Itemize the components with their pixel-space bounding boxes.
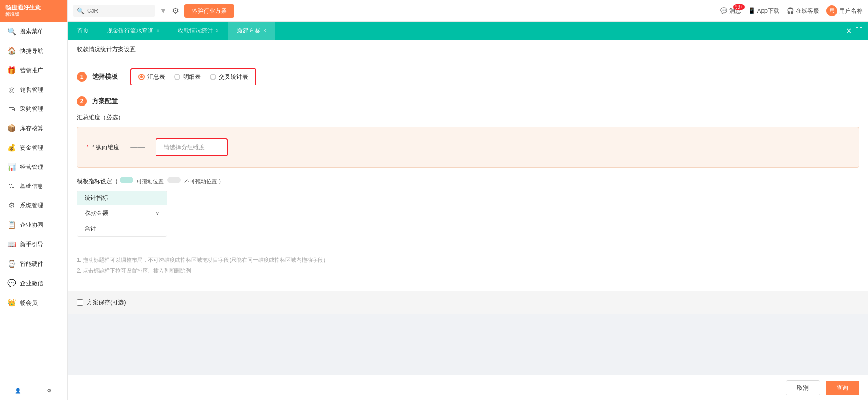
arrow-icon: ——: [130, 143, 145, 151]
sales-icon: ◎: [7, 85, 16, 94]
sidebar-item-hardware[interactable]: ⌚ 智能硬件: [0, 254, 67, 273]
radio-summary[interactable]: 汇总表: [138, 73, 165, 81]
dropdown-arrow-icon[interactable]: ▼: [160, 7, 166, 14]
metrics-dropdown-icon[interactable]: ∨: [156, 210, 160, 216]
sidebar-item-label: 基础信息: [20, 182, 43, 190]
tab-home-label: 首页: [77, 27, 89, 35]
sidebar-item-search[interactable]: 🔍 搜索菜单: [0, 22, 67, 41]
sidebar-item-basic-info[interactable]: 🗂 基础信息: [0, 177, 67, 196]
tab-receipt-stat-close[interactable]: ×: [216, 28, 219, 34]
metrics-row-receipt-label: 收款金额: [85, 209, 152, 217]
sidebar-item-marketing[interactable]: 🎁 营销推广: [0, 61, 67, 80]
page-content: 收款情况统计方案设置 1 选择模板 汇总表 明细表: [68, 40, 868, 375]
search-icon: 🔍: [77, 7, 85, 14]
non-draggable-label: 不可拖动位置: [184, 178, 217, 184]
sidebar-logo: 畅捷通好生意 标准版: [0, 0, 67, 22]
tab-home[interactable]: 首页: [68, 22, 98, 40]
radio-summary-label: 汇总表: [147, 73, 165, 81]
sidebar-item-quick-nav[interactable]: 🏠 快捷导航: [0, 41, 67, 61]
tab-receipt-stat-label: 收款情况统计: [178, 27, 213, 35]
metrics-header: 统计指标: [77, 191, 167, 205]
step2-num: 2: [77, 96, 87, 106]
tab-new-plan-close[interactable]: ×: [263, 28, 266, 34]
radio-detail-circle: [174, 74, 180, 80]
sidebar-item-sales[interactable]: ◎ 销售管理: [0, 80, 67, 99]
sidebar: 畅捷通好生意 标准版 🔍 搜索菜单 🏠 快捷导航 🎁 营销推广 ◎ 销售管理 🛍…: [0, 0, 68, 400]
dimension-select[interactable]: 请选择分组维度: [156, 138, 228, 156]
tab-bar: 首页 现金银行流水查询 × 收款情况统计 × 新建方案 × ✕ ⛶: [68, 22, 868, 40]
search-icon: 🔍: [7, 27, 16, 36]
cancel-button[interactable]: 取消: [786, 380, 820, 395]
settings-icon[interactable]: ⚙: [172, 6, 179, 16]
tab-bank-flow[interactable]: 现金银行流水查询 ×: [98, 22, 169, 40]
step1-label: 选择模板: [92, 73, 118, 81]
main-area: 🔍 ▼ ⚙ 体验行业方案 💬 消息 99+ 📱 App下载 🎧 在线客服 用 用…: [68, 0, 868, 400]
corp-collab-icon: 📋: [7, 221, 16, 229]
system-icon: ⚙: [7, 201, 16, 210]
tip-item-2: 2. 点击标题栏下拉可设置排序、插入列和删除列: [77, 265, 859, 276]
message-icon: 💬: [720, 7, 727, 14]
radio-detail-label: 明细表: [183, 73, 201, 81]
purchase-icon: 🛍: [7, 105, 16, 113]
summary-dim-title-text: 汇总维度（必选）: [77, 114, 124, 121]
support-icon: 🎧: [787, 7, 794, 14]
sidebar-footer: 👤 ⚙: [0, 381, 67, 400]
metrics-section-label: 统计指标: [85, 194, 108, 202]
support-label: 在线客服: [796, 7, 819, 15]
step1-row: 1 选择模板 汇总表 明细表 交叉统计表: [77, 68, 859, 85]
sidebar-item-finance[interactable]: 💰 资金管理: [0, 138, 67, 157]
metrics-closing-paren: ）: [218, 178, 224, 184]
radio-detail[interactable]: 明细表: [174, 73, 201, 81]
tab-bank-flow-label: 现金银行流水查询: [107, 27, 154, 35]
radio-cross-label: 交叉统计表: [219, 73, 248, 81]
message-btn[interactable]: 💬 消息 99+: [720, 7, 741, 15]
tips-section: 1. 拖动标题栏可以调整布局，不可跨维度或指标区域拖动目字段(只能在同一维度或指…: [77, 249, 859, 282]
sidebar-item-member[interactable]: 👑 畅会员: [0, 293, 67, 312]
sidebar-item-guide[interactable]: 📖 新手引导: [0, 235, 67, 254]
inventory-icon: 📦: [7, 124, 16, 132]
query-button[interactable]: 查询: [826, 381, 859, 395]
sidebar-footer-settings[interactable]: ⚙: [35, 385, 64, 396]
tab-bank-flow-close[interactable]: ×: [156, 28, 160, 34]
header-actions: 💬 消息 99+ 📱 App下载 🎧 在线客服 用 用户名称: [720, 5, 863, 16]
logo-badge: 标准版: [5, 11, 41, 18]
support-btn[interactable]: 🎧 在线客服: [787, 7, 819, 15]
sidebar-item-label: 企业微信: [20, 279, 43, 287]
tab-new-plan[interactable]: 新建方案 ×: [228, 22, 275, 40]
sidebar-item-operation[interactable]: 📊 经营管理: [0, 157, 67, 177]
sidebar-item-label: 营销推广: [20, 66, 43, 75]
search-input[interactable]: [87, 8, 142, 14]
guide-icon: 📖: [7, 240, 16, 249]
tab-close-all-icon[interactable]: ✕: [846, 27, 852, 35]
radio-summary-circle: [138, 74, 145, 80]
breadcrumb: 收款情况统计方案设置: [68, 40, 868, 59]
app-download-btn[interactable]: 📱 App下载: [748, 7, 779, 15]
sidebar-item-corp-collab[interactable]: 📋 企业协同: [0, 215, 67, 235]
radio-cross[interactable]: 交叉统计表: [210, 73, 248, 81]
user-profile[interactable]: 用 用户名称: [826, 5, 863, 16]
tab-bar-actions: ✕ ⛶: [846, 27, 868, 35]
finance-icon: 💰: [7, 143, 16, 152]
tip-text-2: 2. 点击标题栏下拉可设置排序、插入列和删除列: [77, 265, 191, 276]
sidebar-item-label: 企业协同: [20, 221, 43, 229]
tab-receipt-stat[interactable]: 收款情况统计 ×: [169, 22, 228, 40]
sidebar-item-purchase[interactable]: 🛍 采购管理: [0, 99, 67, 118]
sidebar-item-label: 系统管理: [20, 202, 43, 210]
user-name: 用户名称: [839, 7, 863, 15]
sidebar-item-wechat[interactable]: 💬 企业微信: [0, 273, 67, 293]
header-search-box[interactable]: 🔍: [73, 5, 155, 17]
tab-expand-icon[interactable]: ⛶: [855, 27, 863, 35]
sidebar-footer-user[interactable]: 👤: [4, 385, 33, 396]
step2-row: 2 方案配置: [77, 96, 859, 106]
member-icon: 👑: [7, 298, 16, 307]
sidebar-item-system[interactable]: ⚙ 系统管理: [0, 196, 67, 215]
download-label: App下载: [757, 7, 779, 15]
save-checkbox[interactable]: [77, 299, 83, 306]
user-avatar: 用: [826, 5, 837, 16]
sidebar-item-inventory[interactable]: 📦 库存核算: [0, 118, 67, 138]
metrics-row-receipt[interactable]: 收款金额 ∨: [77, 205, 167, 221]
sidebar-item-label: 智能硬件: [20, 260, 43, 268]
gift-icon: 🎁: [7, 66, 16, 75]
sidebar-item-label: 快捷导航: [20, 47, 43, 55]
industry-btn[interactable]: 体验行业方案: [184, 4, 234, 18]
